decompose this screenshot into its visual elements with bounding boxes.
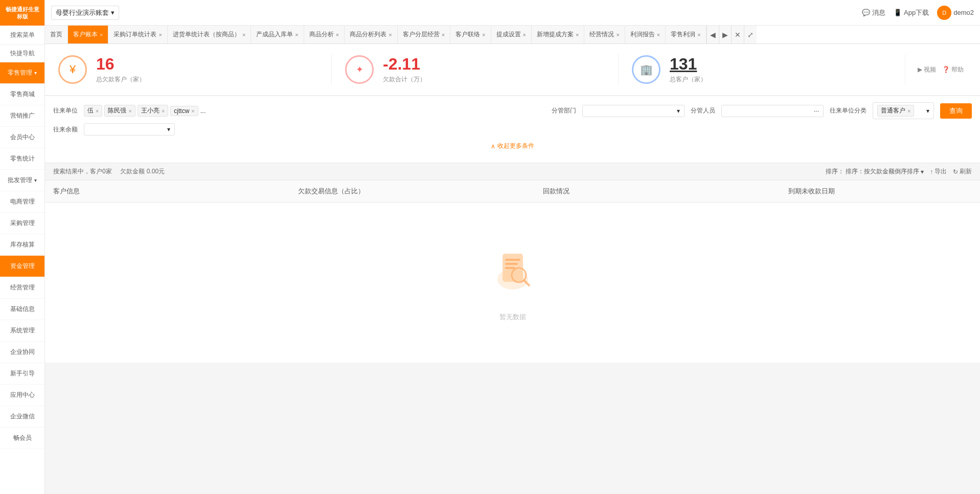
refresh-icon: ↻ bbox=[953, 168, 958, 175]
sort-select[interactable]: 排序： 排序：按欠款金额倒序排序 ▾ bbox=[826, 167, 924, 176]
sidebar-item-quick-nav[interactable]: 快捷导航 bbox=[0, 45, 44, 62]
filter-row-1: 往来单位 伍 × 陈民强 × 王小亮 × cjttcw bbox=[53, 102, 972, 119]
table-container: 客户信息 欠款交易信息（占比） 回款情况 到期未收款日期 bbox=[45, 181, 980, 363]
tab-home[interactable]: 首页 bbox=[45, 26, 68, 43]
unit-tag-wang-close[interactable]: × bbox=[162, 108, 165, 114]
tab-new-raise[interactable]: 新增提成方案 × bbox=[532, 26, 584, 43]
refresh-btn[interactable]: ↻ 刷新 bbox=[953, 167, 972, 176]
tab-profit-report-close[interactable]: × bbox=[657, 32, 660, 38]
sidebar-item-inventory[interactable]: 库存核算 bbox=[0, 234, 44, 256]
tab-purchase-order-label: 采购订单统计表 bbox=[113, 30, 156, 39]
balance-filter-label: 往来余额 bbox=[53, 125, 78, 134]
tab-customer-tier-close[interactable]: × bbox=[442, 32, 445, 38]
help-btn[interactable]: ❓ 帮助 bbox=[942, 65, 964, 74]
sidebar-item-wholesale-mgmt[interactable]: 批发管理 ▾ bbox=[0, 170, 44, 191]
dept-filter-label: 分管部门 bbox=[552, 106, 576, 115]
tab-customer-contact-close[interactable]: × bbox=[482, 32, 485, 38]
sidebar-item-system-mgmt[interactable]: 系统管理 bbox=[0, 320, 44, 342]
tab-customer-tier[interactable]: 客户分层经营 × bbox=[398, 26, 450, 43]
building-icon: 🏢 bbox=[632, 55, 660, 84]
balance-filter-input[interactable] bbox=[88, 126, 165, 133]
unit-type-chevron-down-icon: ▾ bbox=[926, 107, 929, 115]
stat-debt-customers-number: 16 bbox=[96, 55, 145, 73]
sidebar-item-member-center[interactable]: 会员中心 bbox=[0, 127, 44, 148]
tab-operations-close[interactable]: × bbox=[616, 32, 619, 38]
sidebar-item-retail-mgmt[interactable]: 零售管理 ▾ bbox=[0, 62, 44, 84]
video-help-btn[interactable]: ▶ 视频 bbox=[918, 65, 936, 74]
tab-cost-inbound-close[interactable]: × bbox=[295, 32, 298, 38]
unit-tag-wu-close[interactable]: × bbox=[96, 108, 99, 114]
table-header: 客户信息 欠款交易信息（占比） 回款情况 到期未收款日期 bbox=[45, 181, 980, 203]
unit-tag-chen-label: 陈民强 bbox=[108, 106, 126, 115]
tab-product-analysis-list[interactable]: 商品分析列表 × bbox=[345, 26, 397, 43]
tab-retail-profit[interactable]: 零售利润 × bbox=[666, 26, 706, 43]
tab-retail-profit-close[interactable]: × bbox=[697, 32, 700, 38]
export-icon: ↑ bbox=[930, 168, 933, 175]
tab-product-analysis-list-close[interactable]: × bbox=[389, 32, 392, 38]
unit-type-filter-select[interactable]: 普通客户 × ▾ bbox=[873, 102, 934, 119]
tab-purchase-stats-close[interactable]: × bbox=[242, 32, 245, 38]
tab-maximize[interactable]: ⤢ bbox=[744, 26, 757, 43]
help-icon: ❓ bbox=[942, 66, 950, 73]
tab-new-raise-close[interactable]: × bbox=[576, 32, 579, 38]
tab-customer-accounts[interactable]: 客户账本 × bbox=[68, 26, 108, 43]
query-button[interactable]: 查询 bbox=[940, 103, 972, 119]
tab-customer-contact-label: 客户联络 bbox=[455, 30, 480, 39]
unit-tag-wang: 王小亮 × bbox=[138, 105, 168, 117]
tab-cost-inbound-label: 产成品入库单 bbox=[256, 30, 293, 39]
tab-purchase-order[interactable]: 采购订单统计表 × bbox=[108, 26, 167, 43]
export-btn[interactable]: ↑ 导出 bbox=[930, 167, 947, 176]
unit-type-tag-close[interactable]: × bbox=[907, 108, 910, 114]
col-header-date: 到期未收款日期 bbox=[788, 187, 972, 196]
sidebar-item-new-guide[interactable]: 新手引导 bbox=[0, 363, 44, 385]
app-download-btn[interactable]: 📱 App下载 bbox=[894, 8, 929, 17]
account-name: 母婴行业演示账套 bbox=[56, 8, 109, 17]
sidebar-item-app-center[interactable]: 应用中心 bbox=[0, 385, 44, 406]
unit-tag-chen-close[interactable]: × bbox=[128, 108, 131, 114]
sidebar-item-marketing[interactable]: 营销推广 bbox=[0, 105, 44, 127]
sidebar-item-operations[interactable]: 经营管理 bbox=[0, 277, 44, 299]
unit-tag-cjttcw-close[interactable]: × bbox=[191, 108, 194, 114]
sidebar-item-finance[interactable]: 资金管理 bbox=[0, 256, 44, 277]
sidebar-item-retail-mall[interactable]: 零售商城 bbox=[0, 84, 44, 105]
tab-operations[interactable]: 经营情况 × bbox=[584, 26, 625, 43]
tab-scroll-left[interactable]: ◀ bbox=[706, 26, 719, 43]
sidebar-item-ecommerce[interactable]: 电商管理 bbox=[0, 191, 44, 213]
message-btn[interactable]: 💬 消息 bbox=[862, 8, 885, 17]
sidebar: 畅捷通好生意 标版 搜索菜单 快捷导航 零售管理 ▾ 零售商城 营销推广 会员中… bbox=[0, 0, 45, 494]
tab-raise-settings[interactable]: 提成设置 × bbox=[491, 26, 532, 43]
unit-tag-more[interactable]: ... bbox=[200, 107, 206, 115]
tab-purchase-order-close[interactable]: × bbox=[158, 32, 162, 38]
sidebar-item-retail-stats[interactable]: 零售统计 bbox=[0, 148, 44, 170]
tab-customer-accounts-close[interactable]: × bbox=[100, 32, 103, 38]
unit-tag-chen: 陈民强 × bbox=[104, 105, 135, 117]
sidebar-item-enterprise-collab[interactable]: 企业协同 bbox=[0, 342, 44, 363]
collapse-button[interactable]: ∧ 收起更多条件 bbox=[487, 140, 538, 152]
tab-profit-report[interactable]: 利润报告 × bbox=[625, 26, 666, 43]
sidebar-item-purchase[interactable]: 采购管理 bbox=[0, 213, 44, 234]
col-header-customer: 客户信息 bbox=[53, 187, 298, 196]
balance-filter-select[interactable]: ▾ bbox=[84, 123, 175, 136]
tab-product-analysis[interactable]: 商品分析 × bbox=[304, 26, 345, 43]
unit-tag-cjttcw-label: cjttcw bbox=[174, 107, 189, 115]
tab-new-raise-label: 新增提成方案 bbox=[537, 30, 574, 39]
sidebar-item-enterprise-wechat[interactable]: 企业微信 bbox=[0, 406, 44, 428]
dept-filter-select[interactable]: ▾ bbox=[582, 105, 685, 117]
tab-purchase-stats[interactable]: 进货单统计表（按商品） × bbox=[168, 26, 251, 43]
sidebar-item-premium-member[interactable]: 畅会员 bbox=[0, 428, 44, 449]
dept-filter-input[interactable] bbox=[587, 107, 675, 115]
play-icon: ▶ bbox=[918, 66, 922, 73]
tab-product-analysis-label: 商品分析 bbox=[309, 30, 334, 39]
user-menu[interactable]: D demo2 bbox=[937, 6, 974, 20]
tab-raise-settings-close[interactable]: × bbox=[523, 32, 526, 38]
tab-customer-contact[interactable]: 客户联络 × bbox=[450, 26, 491, 43]
manager-filter-input[interactable] bbox=[726, 107, 812, 115]
sidebar-item-basic-info[interactable]: 基础信息 bbox=[0, 299, 44, 320]
tab-cost-inbound[interactable]: 产成品入库单 × bbox=[251, 26, 304, 43]
tab-scroll-right[interactable]: ▶ bbox=[719, 26, 731, 43]
tab-close-all[interactable]: ✕ bbox=[731, 26, 744, 43]
account-selector[interactable]: 母婴行业演示账套 ▾ bbox=[51, 6, 119, 20]
tab-product-analysis-close[interactable]: × bbox=[336, 32, 339, 38]
sidebar-item-search[interactable]: 搜索菜单 bbox=[0, 26, 44, 45]
manager-filter-select[interactable]: ··· bbox=[721, 105, 824, 117]
